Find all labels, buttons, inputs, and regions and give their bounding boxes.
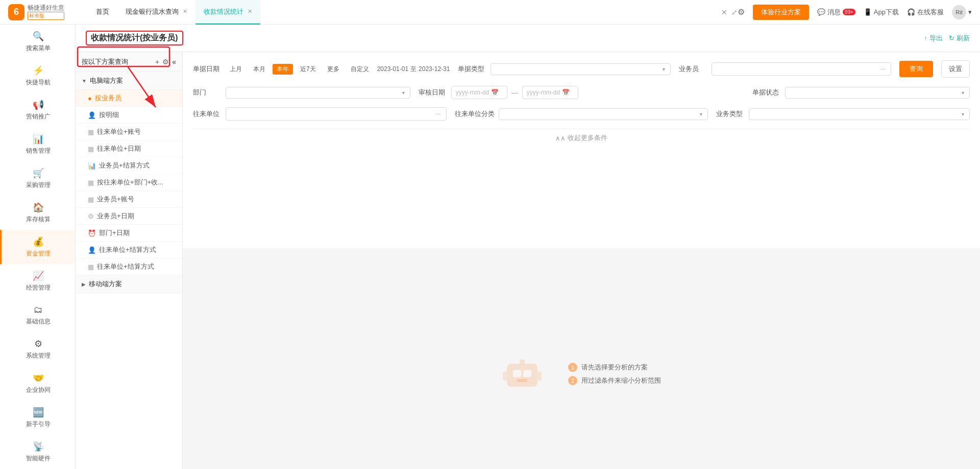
tip-num-1: 1 (568, 363, 577, 372)
empty-tip-text-1: 请先选择要分析的方案 (581, 363, 648, 372)
filter-dept-item: 部门 ▾ (193, 87, 410, 99)
scheme-collapse-btn[interactable]: « (172, 58, 176, 66)
date-tab-more[interactable]: 更多 (323, 64, 344, 75)
sidebar-item-quicknav[interactable]: ⚡ 快捷导航 (0, 59, 75, 93)
sidebar-item-operation[interactable]: 📈 经营管理 (0, 264, 75, 298)
counterpart-select[interactable]: ··· (226, 107, 447, 121)
review-date-start[interactable]: yyyy-mm-dd 📅 (451, 86, 507, 99)
dept-arrow: ▾ (402, 90, 405, 96)
scheme-group-mobile-header[interactable]: ▶ 移动端方案 (76, 275, 182, 293)
date-tab-last-month[interactable]: 上月 (226, 64, 246, 75)
scheme-title: 按以下方案查询 (82, 57, 128, 66)
date-range-display: 2023-01-01 至 2023-12-31 (377, 65, 450, 74)
messages-item[interactable]: 💬 消息 99+ (817, 8, 855, 17)
page-title: 收款情况统计(按业务员) (86, 31, 183, 45)
scheme-item-unit-settlement2[interactable]: ▦ 往来单位+结算方式 (76, 259, 182, 275)
sidebar-item-enterprise[interactable]: 🤝 企业协同 (0, 366, 75, 401)
tab-bank[interactable]: 现金银行流水查询 ✕ (117, 0, 195, 25)
scheme-group-desktop-header[interactable]: ▼ 电脑端方案 (76, 72, 182, 90)
window-maximize-btn[interactable]: ⤢ (731, 8, 738, 16)
scheme-item-by-salesperson[interactable]: ● 按业务员 (76, 90, 182, 107)
export-btn[interactable]: ↑ 导出 (924, 34, 943, 43)
window-close-btn[interactable]: ✕ (721, 8, 727, 16)
trial-button[interactable]: 体验行业方案 (753, 5, 809, 20)
scheme-item-by-detail[interactable]: 👤 按明细 (76, 107, 182, 124)
sidebar-item-purchase[interactable]: 🛒 采购管理 (0, 161, 75, 196)
scheme-item-salesperson-date[interactable]: ⚙ 业务员+日期 (76, 208, 182, 225)
page-actions: ↑ 导出 ↻ 刷新 (924, 34, 970, 43)
query-button[interactable]: 查询 (899, 61, 933, 77)
enterprise-icon: 🤝 (33, 372, 44, 384)
scheme-item-dept-date[interactable]: ⏰ 部门+日期 (76, 225, 182, 242)
scheme-settings-btn[interactable]: ⚙ (162, 58, 169, 66)
sidebar-item-search[interactable]: 🔍 搜索菜单 (0, 25, 75, 59)
tab-collection-close[interactable]: ✕ (248, 9, 252, 14)
filter-review-date-item: 审核日期 yyyy-mm-dd 📅 — yyyy-mm-dd 📅 (419, 86, 745, 99)
sidebar-item-sales[interactable]: 📊 销售管理 (0, 127, 75, 161)
basic-icon: 🗂 (34, 304, 43, 315)
category-arrow: ▾ (700, 111, 702, 117)
download-icon: 📱 (864, 8, 872, 16)
message-icon: 💬 (817, 8, 825, 16)
mobile-group-arrow: ▶ (82, 282, 86, 287)
sidebar-item-guide[interactable]: 🆕 新手引导 (0, 401, 75, 435)
main-layout: 🔍 搜索菜单 ⚡ 快捷导航 📢 营销推广 📊 销售管理 🛒 采购管理 🏠 库存核… (0, 25, 980, 469)
business-type-select[interactable]: ▾ (749, 108, 970, 120)
filter-settings-button[interactable]: 设置 (941, 60, 970, 78)
filter-row-1: 单据日期 上月 本月 本年 近7天 更多 自定义 2023-01-01 (193, 60, 970, 78)
voucher-status-select[interactable]: ▾ (785, 87, 970, 99)
date-tab-custom[interactable]: 自定义 (347, 64, 373, 75)
voucher-type-select[interactable]: ▾ (491, 63, 670, 75)
voucher-type-label: 单据类型 (458, 64, 486, 74)
empty-state: 1 请先选择要分析的方案 2 用过滤条件来缩小分析范围 (183, 248, 980, 469)
svg-rect-3 (517, 379, 527, 382)
scheme-item-unit-settlement1[interactable]: 👤 往来单位+结算方式 (76, 242, 182, 259)
scheme-add-btn[interactable]: + (155, 58, 159, 66)
collapse-bar[interactable]: ∧∧ 收起更多条件 (193, 129, 970, 147)
app-name: 畅捷通好生意 (28, 4, 64, 12)
date-tab-7days[interactable]: 近7天 (296, 64, 320, 75)
filter-results-area: 单据日期 上月 本月 本年 近7天 更多 自定义 2023-01-01 (183, 52, 980, 469)
salesperson-account-icon: ▦ (88, 196, 94, 203)
sidebar-item-system[interactable]: ⚙ 系统管理 (0, 332, 75, 366)
review-date-end[interactable]: yyyy-mm-dd 📅 (522, 86, 578, 99)
counterpart-more: ··· (436, 110, 441, 118)
app-download-item[interactable]: 📱 App下载 (864, 8, 899, 17)
scheme-item-salesperson-account[interactable]: ▦ 业务员+账号 (76, 191, 182, 208)
unit-settlement1-icon: 👤 (88, 246, 96, 254)
empty-tip-text-2: 用过滤条件来缩小分析范围 (581, 376, 661, 385)
svg-rect-0 (507, 364, 537, 387)
sidebar-item-finance[interactable]: 💰 资金管理 (0, 230, 75, 264)
tab-bank-close[interactable]: ✕ (183, 9, 187, 14)
export-icon: ↑ (924, 34, 928, 42)
date-tab-this-year[interactable]: 本年 (273, 64, 293, 75)
sidebar-item-inventory[interactable]: 🏠 库存核算 (0, 196, 75, 230)
scheme-header: 按以下方案查询 + ⚙ « (76, 52, 182, 72)
sidebar-item-basic[interactable]: 🗂 基础信息 (0, 298, 75, 332)
tab-collection[interactable]: 收款情况统计 ✕ (195, 0, 260, 25)
scheme-item-unit-account[interactable]: ▦ 往来单位+账号 (76, 124, 182, 140)
scheme-item-unit-date[interactable]: ▦ 往来单位+日期 (76, 140, 182, 157)
scheme-item-unit-dept[interactable]: ▦ 按往来单位+部门+收... (76, 174, 182, 191)
sidebar-item-marketing[interactable]: 📢 营销推广 (0, 93, 75, 127)
salesperson-select[interactable]: ··· (712, 62, 891, 76)
counterpart-category-select[interactable]: ▾ (499, 108, 708, 120)
scheme-item-salesperson-settlement[interactable]: 📊 业务员+结算方式 (76, 157, 182, 174)
refresh-btn[interactable]: ↻ 刷新 (949, 34, 970, 43)
dept-select[interactable]: ▾ (226, 87, 410, 99)
filter-counterpart-category-item: 往来单位分类 ▾ (455, 108, 708, 120)
user-avatar[interactable]: Rit ▾ (952, 5, 972, 19)
quicknav-icon: ⚡ (33, 65, 44, 76)
business-type-arrow: ▾ (962, 111, 964, 117)
filter-counterpart-item: 往来单位 ··· (193, 107, 447, 121)
app-badge: 标准版 (28, 12, 64, 20)
online-service-item[interactable]: 🎧 在线客服 (907, 8, 944, 17)
date-tab-this-month[interactable]: 本月 (249, 64, 270, 75)
tab-home[interactable]: 首页 (88, 0, 117, 25)
sidebar-item-hardware[interactable]: 📡 智能硬件 (0, 435, 75, 469)
unit-account-icon: ▦ (88, 128, 94, 136)
desktop-group-label: 电脑端方案 (90, 76, 123, 85)
filter-panel: 单据日期 上月 本月 本年 近7天 更多 自定义 2023-01-01 (183, 52, 980, 248)
settings-icon[interactable]: ⚙ (738, 7, 745, 17)
unit-dept-icon: ▦ (88, 179, 94, 186)
